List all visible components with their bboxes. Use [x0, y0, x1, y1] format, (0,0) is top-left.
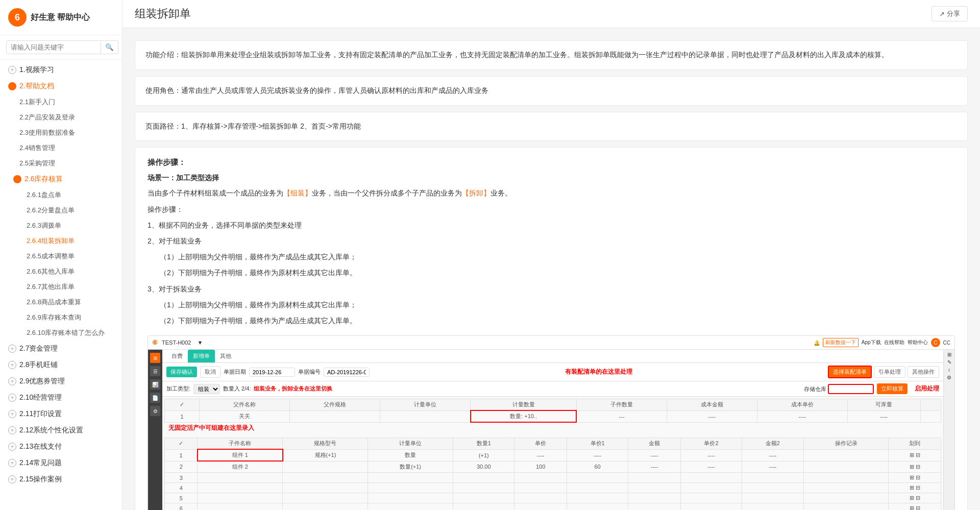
step3: 3、对于拆装业务	[148, 283, 955, 296]
mock-tab-self[interactable]: 自费	[166, 350, 188, 362]
content-area: 功能介绍：组装拆卸单用来处理企业组装或拆卸等加工业务，支持有固定装配清单的产品加…	[122, 28, 980, 510]
sidebar-item-docs-215[interactable]: + 2.15操作案例	[0, 471, 122, 488]
mock-select-assembly-btn[interactable]: 选择装配清单	[828, 366, 872, 378]
mock-th2-price2: 单价2	[680, 438, 742, 450]
search-button[interactable]: 🔍	[101, 40, 118, 54]
sidebar-item-docs[interactable]: − 2.帮助文档	[0, 78, 122, 94]
sidebar-item-docs-261[interactable]: 2.6.1盘点单	[0, 187, 122, 203]
sidebar-item-label: 2.10经营管理	[19, 393, 62, 402]
sidebar-item-docs-28[interactable]: + 2.8手机旺铺	[0, 357, 122, 373]
mock-th2-op: 划到	[889, 438, 941, 450]
sidebar-item-label: 2.6库存核算	[24, 175, 63, 184]
mock-screenshot: ⑥ TEST-H002 ▼ 🔔 刷新数据一下 App下载 在线帮助 帮助中心 C…	[148, 336, 954, 510]
sidebar-item-docs-21[interactable]: 2.1新手入门	[0, 94, 122, 110]
mock-td2-name1: 组件 1	[198, 449, 283, 461]
mock-main-layout: ⊞ ☰ 📊 📄 ⚙ 自费 新增单 其他	[148, 350, 954, 510]
sidebar-item-docs-23[interactable]: 2.3使用前数据准备	[0, 125, 122, 140]
mock-confirm-btn[interactable]: 立即核算	[877, 383, 908, 394]
role-text: 使用角色：通常由生产人员或库管人员完成拆装业务的操作，库管人员确认原材料的出库和…	[145, 86, 488, 94]
mock-warehouse-section: 存储仓库	[804, 384, 874, 394]
mock-td-check: 1	[165, 410, 200, 422]
sidebar-item-docs-269[interactable]: 2.6.9库存账本查询	[0, 310, 122, 325]
step3-1: （1）上部明细为父件明细，最终作为原材料生成其它出库单；	[148, 299, 955, 311]
mock-right-icon4: ⚙	[947, 375, 951, 380]
page-header: 组装拆卸单 ↗ 分享	[122, 0, 980, 28]
mock-btn-cancel[interactable]: 取消	[200, 366, 220, 378]
mock-nav-icon-doc: 📄	[150, 393, 160, 403]
mock-type-select[interactable]: 组装 拆卸	[193, 384, 220, 394]
sidebar-item-docs-29[interactable]: + 2.9优惠券管理	[0, 373, 122, 390]
share-icon: ↗	[939, 10, 945, 18]
mock-warehouse-input[interactable]	[828, 384, 874, 394]
share-button[interactable]: ↗ 分享	[932, 6, 968, 21]
sidebar-item-docs-27[interactable]: + 2.7资金管理	[0, 341, 122, 357]
role-block: 使用角色：通常由生产人员或库管人员完成拆装业务的操作，库管人员确认原材料的出库和…	[135, 76, 968, 106]
expand-icon-210: +	[8, 394, 16, 402]
sidebar-item-docs-214[interactable]: + 2.14常见问题	[0, 455, 122, 471]
mock-td-unit	[380, 410, 471, 422]
mock-nav-icon-chart: 📊	[150, 379, 160, 390]
mock-top-right: 🔔 刷新数据一下 App下载 在线帮助 帮助中心 C CC	[814, 338, 950, 347]
sidebar-item-label: 2.11打印设置	[19, 409, 62, 419]
sidebar-item-docs-26[interactable]: − 2.6库存核算	[0, 171, 122, 187]
sidebar-item-docs-22[interactable]: 2.2产品安装及登录	[0, 110, 122, 125]
mock-action-btn[interactable]: 其他操作	[908, 366, 939, 378]
mock-qty-label: 数量入 2/4:	[223, 385, 251, 393]
mock-th-cost-amount: 成本金额	[667, 399, 757, 411]
mock-td-cost-price: ----	[757, 410, 847, 422]
sidebar-item-docs-210[interactable]: + 2.10经营管理	[0, 390, 122, 406]
collapse-icon-26: −	[13, 175, 21, 183]
mock-help-label: 在线帮助	[884, 339, 904, 346]
expand-icon-27: +	[8, 345, 16, 353]
sidebar-item-docs-267[interactable]: 2.6.7其他出库单	[0, 279, 122, 295]
steps-intro: 操作步骤：	[148, 203, 955, 216]
mock-th2-record: 操作记录	[803, 438, 889, 450]
mock-logo: ⑥	[152, 339, 158, 346]
search-input[interactable]	[6, 40, 101, 54]
mock-dropdown-icon: ▼	[197, 339, 203, 346]
step1: 1、根据不同的业务，选择不同单据的类型来处理	[148, 219, 955, 232]
expand-icon-214: +	[8, 459, 16, 467]
mock-order-input[interactable]	[324, 368, 370, 377]
mock-tab-new[interactable]: 新增单	[188, 350, 215, 362]
expand-icon-28: +	[8, 361, 16, 369]
mock-btn-save[interactable]: 保存确认	[166, 367, 197, 377]
mock-th-parent-name: 父件名称	[200, 399, 290, 411]
logo-text: 好生意 帮助中心	[31, 12, 90, 23]
mock-right-icon1: ⊞	[947, 352, 951, 357]
mock-date-input[interactable]	[249, 368, 295, 377]
table-row: 1 组件 1 规格(+1) 数量 (+1) ---- ---- ----	[165, 449, 941, 461]
sidebar-item-docs-212[interactable]: + 2.12系统个性化设置	[0, 422, 122, 439]
sidebar-item-label: 2.15操作案例	[19, 475, 62, 484]
sidebar-item-docs-264[interactable]: 2.6.4组装拆卸单	[0, 233, 122, 249]
intro-block: 功能介绍：组装拆卸单用来处理企业组装或拆卸等加工业务，支持有固定装配清单的产品加…	[135, 40, 968, 70]
sidebar-item-docs-25[interactable]: 2.5采购管理	[0, 156, 122, 171]
table-row: 2 组件 2 数量(+1) 30.00 100 60 ----	[165, 461, 941, 473]
mock-th-qty: 计量数量	[471, 399, 577, 411]
step2-2: （2）下部明细为子件明细，最终作为原材料生成其它出库单。	[148, 266, 955, 279]
mock-order-label: 单据编号	[298, 368, 321, 376]
sidebar-item-docs-213[interactable]: + 2.13在线支付	[0, 439, 122, 455]
mock-avatar: C	[931, 338, 940, 347]
sidebar-item-docs-266[interactable]: 2.6.6其他入库单	[0, 264, 122, 279]
mock-tab-other[interactable]: 其他	[215, 350, 236, 362]
mock-th2-amount2: 金额	[628, 438, 680, 450]
mock-td-cost-amount: ----	[667, 410, 757, 422]
table-row: 4⊞ ⊟	[165, 483, 941, 493]
mock-subtype-label: 加工类型:	[166, 385, 190, 393]
mock-th-unit: 计量单位	[380, 399, 471, 411]
table-row: 5⊞ ⊟	[165, 493, 941, 503]
mock-reference-btn[interactable]: 引单处理	[874, 366, 905, 378]
sidebar-item-docs-265[interactable]: 2.6.5成本调整单	[0, 249, 122, 264]
mock-refresh-btn[interactable]: 刷新数据一下	[823, 338, 859, 347]
sidebar: 6 好生意 帮助中心 🔍 + 1.视频学习 − 2.帮助文档 2.1新手入门 2…	[0, 0, 122, 510]
sidebar-item-docs-24[interactable]: 2.4销售管理	[0, 140, 122, 156]
sidebar-item-docs-211[interactable]: + 2.11打印设置	[0, 406, 122, 422]
sidebar-item-docs-268[interactable]: 2.6.8商品成本重算	[0, 295, 122, 310]
sidebar-item-docs-262[interactable]: 2.6.2分量盘点单	[0, 203, 122, 218]
mock-warehouse-label: 存储仓库	[804, 386, 826, 392]
sidebar-item-video[interactable]: + 1.视频学习	[0, 62, 122, 78]
sidebar-item-docs-2610[interactable]: 2.6.10库存账本错了怎么办	[0, 325, 122, 341]
sidebar-item-docs-263[interactable]: 2.6.3调拨单	[0, 218, 122, 233]
sidebar-item-label: 2.8手机旺铺	[19, 360, 58, 370]
